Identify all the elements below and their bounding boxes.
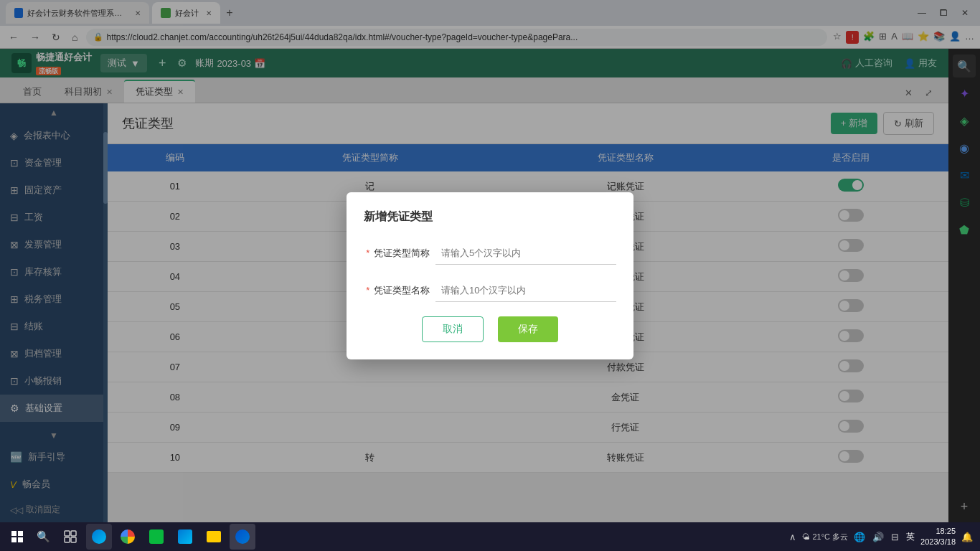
- taskbar-search-button[interactable]: 🔍: [32, 525, 55, 548]
- required-star-name: *: [366, 285, 369, 296]
- taskbar-app-task-view[interactable]: [57, 524, 83, 550]
- network-icon[interactable]: 🌐: [852, 532, 867, 542]
- abbr-input[interactable]: [435, 242, 616, 265]
- taskbar: 🔍 ∧ 🌤 21°C 多云 🌐 🔊 ⊟ 英 18:25 2023/3/18: [0, 522, 980, 551]
- modal-title: 新增凭证类型: [364, 209, 616, 225]
- systray: ∧: [788, 532, 798, 542]
- notifications-icon[interactable]: 🔔: [960, 532, 974, 542]
- taskbar-app-chrome[interactable]: [115, 524, 141, 550]
- chevron-up-icon[interactable]: ∧: [788, 532, 798, 542]
- svg-rect-6: [65, 537, 70, 542]
- modal-field-abbr: * 凭证类型简称: [364, 242, 616, 265]
- clock-time: 18:25: [920, 526, 956, 537]
- weather-text: 21°C 多云: [812, 532, 848, 542]
- name-input[interactable]: [435, 279, 616, 302]
- label-text-abbr: 凭证类型简称: [374, 248, 430, 258]
- weather-icon: 🌤: [802, 532, 810, 541]
- modal-field-name: * 凭证类型名称: [364, 279, 616, 302]
- modal-overlay: 新增凭证类型 * 凭证类型简称 * 凭证类型名称 取消 保存: [0, 0, 980, 551]
- weather-info: 🌤 21°C 多云: [802, 532, 848, 542]
- svg-rect-5: [71, 531, 76, 536]
- clock[interactable]: 18:25 2023/3/18: [920, 526, 956, 548]
- svg-rect-3: [18, 537, 23, 542]
- clock-date: 2023/3/18: [920, 537, 956, 547]
- taskbar-app-store[interactable]: [172, 524, 198, 550]
- taskbar-app-edge2[interactable]: [230, 524, 255, 550]
- svg-rect-0: [11, 531, 17, 536]
- required-star-abbr: *: [366, 248, 369, 258]
- modal-box: 新增凭证类型 * 凭证类型简称 * 凭证类型名称 取消 保存: [347, 192, 633, 359]
- taskbar-app-wechat[interactable]: [143, 524, 169, 550]
- svg-rect-4: [65, 531, 70, 536]
- modal-buttons: 取消 保存: [364, 316, 616, 342]
- svg-rect-2: [11, 537, 17, 542]
- taskbar-app-edge[interactable]: [86, 524, 112, 550]
- battery-icon[interactable]: ⊟: [890, 532, 900, 542]
- svg-rect-1: [18, 531, 23, 536]
- start-button[interactable]: [6, 525, 29, 548]
- svg-rect-7: [71, 537, 76, 542]
- sound-icon[interactable]: 🔊: [871, 532, 885, 542]
- taskbar-app-folder[interactable]: [201, 524, 227, 550]
- cancel-button[interactable]: 取消: [422, 316, 484, 342]
- modal-label-name: * 凭证类型名称: [364, 284, 435, 297]
- save-button[interactable]: 保存: [498, 316, 558, 342]
- taskbar-right: ∧ 🌤 21°C 多云 🌐 🔊 ⊟ 英 18:25 2023/3/18 🔔: [788, 526, 974, 548]
- lang-indicator[interactable]: 英: [905, 531, 916, 543]
- modal-label-abbr: * 凭证类型简称: [364, 247, 435, 260]
- label-text-name: 凭证类型名称: [374, 285, 430, 296]
